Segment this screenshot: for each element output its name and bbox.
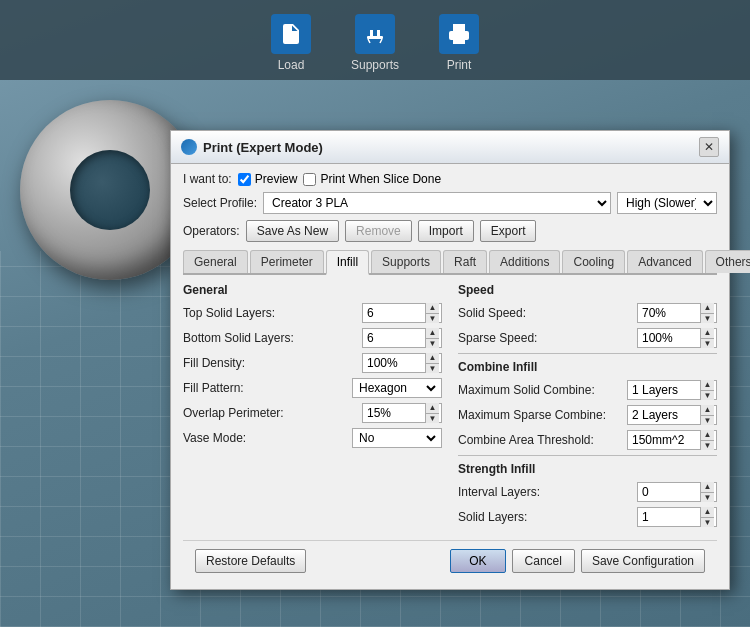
fill-density-value[interactable] — [365, 354, 425, 372]
max-solid-combine-row: Maximum Solid Combine: ▲ ▼ — [458, 380, 717, 400]
fill-pattern-input[interactable]: Hexagon Linear Wiggle — [352, 378, 442, 398]
combine-area-threshold-value[interactable] — [630, 431, 700, 449]
toolbar-print[interactable]: Print — [439, 14, 479, 72]
toolbar-supports[interactable]: Supports — [351, 14, 399, 72]
solid-speed-up[interactable]: ▲ — [701, 303, 714, 314]
max-solid-combine-value[interactable] — [630, 381, 700, 399]
solid-layers-value[interactable] — [640, 508, 700, 526]
sparse-speed-input[interactable]: ▲ ▼ — [637, 328, 717, 348]
remove-button[interactable]: Remove — [345, 220, 412, 242]
quality-select[interactable]: High (Slower) — [617, 192, 717, 214]
sparse-speed-up[interactable]: ▲ — [701, 328, 714, 339]
preview-checkbox-label[interactable]: Preview — [238, 172, 298, 186]
interval-layers-down[interactable]: ▼ — [701, 493, 714, 503]
cancel-button[interactable]: Cancel — [512, 549, 575, 573]
dialog-icon — [181, 139, 197, 155]
fill-density-input[interactable]: ▲ ▼ — [362, 353, 442, 373]
tab-raft[interactable]: Raft — [443, 250, 487, 273]
solid-speed-value[interactable] — [640, 304, 700, 322]
left-column: General Top Solid Layers: ▲ ▼ Bottom Sol… — [183, 283, 442, 532]
solid-speed-arrows: ▲ ▼ — [700, 303, 714, 323]
solid-speed-down[interactable]: ▼ — [701, 314, 714, 324]
svg-rect-1 — [370, 30, 373, 36]
overlap-perimeter-row: Overlap Perimeter: ▲ ▼ — [183, 403, 442, 423]
solid-speed-label: Solid Speed: — [458, 306, 637, 320]
max-sparse-combine-down[interactable]: ▼ — [701, 416, 714, 426]
max-sparse-combine-input[interactable]: ▲ ▼ — [627, 405, 717, 425]
supports-label: Supports — [351, 58, 399, 72]
vase-mode-label: Vase Mode: — [183, 431, 352, 445]
vase-mode-select[interactable]: No Yes — [355, 429, 439, 447]
combine-area-threshold-label: Combine Area Threshold: — [458, 433, 627, 447]
interval-layers-up[interactable]: ▲ — [701, 482, 714, 493]
ring-hole — [70, 150, 150, 230]
i-want-to-row: I want to: Preview Print When Slice Done — [183, 172, 717, 186]
combine-area-threshold-up[interactable]: ▲ — [701, 430, 714, 441]
tab-perimeter[interactable]: Perimeter — [250, 250, 324, 273]
top-solid-layers-input[interactable]: ▲ ▼ — [362, 303, 442, 323]
fill-density-up[interactable]: ▲ — [426, 353, 439, 364]
max-solid-combine-input[interactable]: ▲ ▼ — [627, 380, 717, 400]
vase-mode-input[interactable]: No Yes — [352, 428, 442, 448]
fill-density-down[interactable]: ▼ — [426, 364, 439, 374]
divider-1 — [458, 353, 717, 354]
tab-supports[interactable]: Supports — [371, 250, 441, 273]
solid-layers-down[interactable]: ▼ — [701, 518, 714, 528]
tab-infill[interactable]: Infill — [326, 250, 369, 275]
top-solid-layers-up[interactable]: ▲ — [426, 303, 439, 314]
speed-section-heading: Speed — [458, 283, 717, 297]
save-as-new-button[interactable]: Save As New — [246, 220, 339, 242]
fill-density-row: Fill Density: ▲ ▼ — [183, 353, 442, 373]
overlap-perimeter-input[interactable]: ▲ ▼ — [362, 403, 442, 423]
sparse-speed-down[interactable]: ▼ — [701, 339, 714, 349]
tab-general[interactable]: General — [183, 250, 248, 273]
toolbar: Load Supports Print — [0, 0, 750, 80]
max-sparse-combine-row: Maximum Sparse Combine: ▲ ▼ — [458, 405, 717, 425]
import-button[interactable]: Import — [418, 220, 474, 242]
overlap-perimeter-arrows: ▲ ▼ — [425, 403, 439, 423]
profile-select[interactable]: Creator 3 PLA — [263, 192, 611, 214]
close-button[interactable]: ✕ — [699, 137, 719, 157]
strength-infill-heading: Strength Infill — [458, 462, 717, 476]
fill-pattern-row: Fill Pattern: Hexagon Linear Wiggle — [183, 378, 442, 398]
tab-cooling[interactable]: Cooling — [562, 250, 625, 273]
interval-layers-value[interactable] — [640, 483, 700, 501]
combine-area-threshold-down[interactable]: ▼ — [701, 441, 714, 451]
preview-checkbox[interactable] — [238, 173, 251, 186]
solid-layers-row: Solid Layers: ▲ ▼ — [458, 507, 717, 527]
print-when-done-checkbox-label[interactable]: Print When Slice Done — [303, 172, 441, 186]
max-sparse-combine-value[interactable] — [630, 406, 700, 424]
bottom-solid-layers-up[interactable]: ▲ — [426, 328, 439, 339]
sparse-speed-value[interactable] — [640, 329, 700, 347]
interval-layers-input[interactable]: ▲ ▼ — [637, 482, 717, 502]
fill-pattern-select[interactable]: Hexagon Linear Wiggle — [355, 379, 439, 397]
solid-layers-arrows: ▲ ▼ — [700, 507, 714, 527]
top-solid-layers-down[interactable]: ▼ — [426, 314, 439, 324]
top-solid-layers-value[interactable] — [365, 304, 425, 322]
tab-additions[interactable]: Additions — [489, 250, 560, 273]
bottom-solid-layers-down[interactable]: ▼ — [426, 339, 439, 349]
bottom-solid-layers-input[interactable]: ▲ ▼ — [362, 328, 442, 348]
ok-button[interactable]: OK — [450, 549, 505, 573]
max-solid-combine-up[interactable]: ▲ — [701, 380, 714, 391]
max-solid-combine-label: Maximum Solid Combine: — [458, 383, 627, 397]
solid-layers-input[interactable]: ▲ ▼ — [637, 507, 717, 527]
print-when-done-checkbox[interactable] — [303, 173, 316, 186]
combine-area-threshold-row: Combine Area Threshold: ▲ ▼ — [458, 430, 717, 450]
tab-advanced[interactable]: Advanced — [627, 250, 702, 273]
max-sparse-combine-up[interactable]: ▲ — [701, 405, 714, 416]
overlap-perimeter-value[interactable] — [365, 404, 425, 422]
restore-defaults-button[interactable]: Restore Defaults — [195, 549, 306, 573]
overlap-perimeter-up[interactable]: ▲ — [426, 403, 439, 414]
combine-area-threshold-input[interactable]: ▲ ▼ — [627, 430, 717, 450]
overlap-perimeter-down[interactable]: ▼ — [426, 414, 439, 424]
export-button[interactable]: Export — [480, 220, 537, 242]
bottom-solid-layers-value[interactable] — [365, 329, 425, 347]
tab-others[interactable]: Others — [705, 250, 750, 273]
i-want-to-label: I want to: — [183, 172, 232, 186]
save-configuration-button[interactable]: Save Configuration — [581, 549, 705, 573]
max-solid-combine-down[interactable]: ▼ — [701, 391, 714, 401]
solid-layers-up[interactable]: ▲ — [701, 507, 714, 518]
toolbar-load[interactable]: Load — [271, 14, 311, 72]
solid-speed-input[interactable]: ▲ ▼ — [637, 303, 717, 323]
